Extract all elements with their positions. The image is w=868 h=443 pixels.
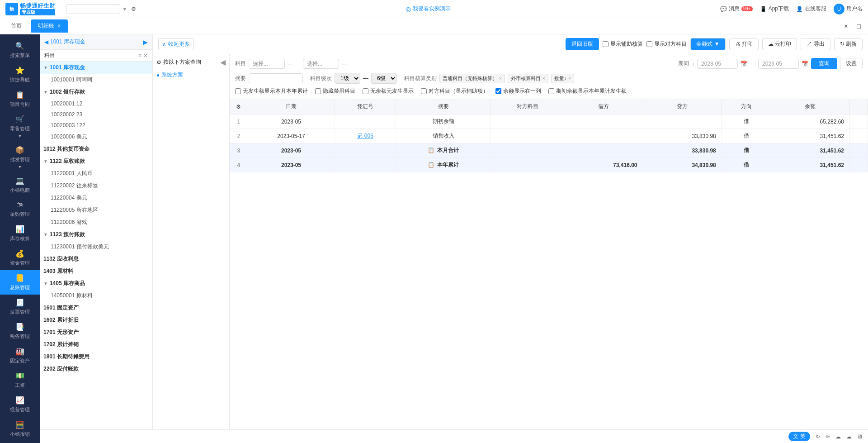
filter-subject-more2-icon[interactable]: ··· bbox=[342, 61, 346, 67]
tree-item-1405[interactable]: ▼ 1405 库存商品 bbox=[40, 277, 152, 290]
tree-item-11220005[interactable]: 11220005 所在地区 bbox=[40, 204, 152, 216]
tab-close-icon[interactable]: × bbox=[57, 23, 61, 29]
tree-item-10010001[interactable]: 10010001 呵呵呵 bbox=[40, 74, 152, 86]
col-balance[interactable]: 余额 bbox=[771, 99, 849, 114]
cell-voucher-1[interactable]: 记-006 bbox=[335, 129, 396, 143]
checkbox-no-balance[interactable]: 无余额无发生显示 bbox=[363, 87, 414, 95]
checkbox-no-amount[interactable]: 无发生额显示本月本年累计 bbox=[235, 87, 308, 95]
cloud-print-btn[interactable]: ☁ 云打印 bbox=[762, 38, 797, 50]
filter-level-end[interactable]: 6级1级2级 bbox=[371, 73, 397, 84]
tree-item-1122[interactable]: ▼ 1122 应收账款 bbox=[40, 155, 152, 167]
tree-item-2202[interactable]: 2202 应付账款 bbox=[40, 363, 152, 375]
tree-item-1601[interactable]: 1601 固定资产 bbox=[40, 302, 152, 314]
sidebar-item-purchase[interactable]: 🛍 采购管理 bbox=[0, 197, 40, 221]
filter-subject-input[interactable] bbox=[249, 59, 285, 69]
dropdown-icon[interactable]: ▼ bbox=[122, 6, 127, 12]
filter-period-end[interactable] bbox=[758, 59, 799, 69]
tree-item-10020003[interactable]: 10020003 122 bbox=[40, 120, 152, 131]
show-aux-input[interactable] bbox=[603, 41, 609, 47]
search-box[interactable]: ▼ bbox=[66, 4, 127, 14]
col-voucher[interactable]: 凭证号 bbox=[335, 99, 396, 114]
tree-close-icon[interactable]: ✕ bbox=[143, 52, 148, 59]
export-btn[interactable]: ↗ 导出 bbox=[801, 38, 830, 50]
tree-item-1123[interactable]: ▼ 1123 预付账款 bbox=[40, 229, 152, 241]
col-credit[interactable]: 贷方 bbox=[643, 99, 722, 114]
status-screen[interactable]: 🖥 bbox=[857, 433, 863, 440]
scheme-item-system[interactable]: ● 系统方案 bbox=[156, 69, 226, 81]
tree-item-1403[interactable]: 1403 原材料 bbox=[40, 265, 152, 277]
scheme-collapse-btn[interactable]: ◀ bbox=[220, 58, 226, 67]
window-maximize-btn[interactable]: □ bbox=[854, 22, 864, 31]
col-summary[interactable]: 摘要 bbox=[396, 99, 491, 114]
tree-item-1002[interactable]: ▼ 1002 银行存款 bbox=[40, 86, 152, 98]
status-refresh[interactable]: ↻ bbox=[816, 433, 820, 440]
tag-normal-close[interactable]: × bbox=[499, 76, 502, 81]
sidebar-item-funds[interactable]: 💰 资金管理 bbox=[0, 246, 40, 270]
col-direction[interactable]: 方向 bbox=[722, 99, 771, 114]
sidebar-item-salary[interactable]: 💵 工资 bbox=[0, 368, 40, 392]
account-nav-arrow[interactable]: ▶ bbox=[143, 38, 148, 46]
data-table-wrapper[interactable]: ⚙ 日期 凭证号 摘要 对方科目 借方 贷方 方向 余额 bbox=[230, 99, 868, 443]
filter-summary-input[interactable] bbox=[249, 73, 303, 83]
tree-item-10020001[interactable]: 10020001 12 bbox=[40, 98, 152, 109]
tree-item-1001[interactable]: ▼ 1001 库存现金 bbox=[40, 62, 152, 74]
status-edit[interactable]: ✏ bbox=[826, 433, 830, 440]
sidebar-item-ecommerce[interactable]: 💻 小畅电商 bbox=[0, 173, 40, 197]
query-btn[interactable]: 查询 bbox=[811, 58, 837, 69]
show-aux-checkbox[interactable]: 显示辅助核算 bbox=[603, 40, 643, 48]
sidebar-item-retail[interactable]: 🛒 零售管理 ▼ bbox=[0, 111, 40, 142]
tree-item-1602[interactable]: 1602 累计折旧 bbox=[40, 314, 152, 326]
tree-item-1132[interactable]: 1132 应收利息 bbox=[40, 253, 152, 265]
status-cloud2[interactable]: ☁ bbox=[846, 433, 852, 440]
tree-item-11220004[interactable]: 11220004 美元 bbox=[40, 192, 152, 204]
filter-level-start[interactable]: 1级2级3级 bbox=[335, 73, 360, 84]
filter-period-cal-end[interactable]: 📅 bbox=[802, 61, 808, 67]
checkbox-balance-one-col[interactable]: 余额显示在一列 bbox=[495, 87, 541, 95]
format-btn[interactable]: 金额式 ▼ bbox=[691, 38, 725, 50]
sidebar-item-quicknav[interactable]: ⭐ 快捷导航 bbox=[0, 62, 40, 87]
status-cloud1[interactable]: ☁ bbox=[835, 433, 841, 440]
refresh-btn[interactable]: ↻ 刷新 bbox=[834, 38, 863, 50]
tree-item-11220006[interactable]: 11220006 游戏 bbox=[40, 216, 152, 229]
sidebar-item-basics[interactable]: ℹ 基础信息 bbox=[0, 441, 40, 443]
checkbox-hide-disabled[interactable]: 隐藏禁用科目 bbox=[315, 87, 355, 95]
sidebar-item-inventory[interactable]: 📊 库存核算 bbox=[0, 221, 40, 246]
col-settings[interactable]: ⚙ bbox=[230, 99, 248, 114]
global-search-input[interactable] bbox=[66, 4, 120, 14]
filter-period-cal-start[interactable]: 📅 bbox=[741, 61, 747, 67]
tag-quantity-close[interactable]: × bbox=[568, 76, 571, 81]
app-download-btn[interactable]: 📱 App下载 bbox=[760, 5, 789, 13]
settings-btn[interactable]: 设置 bbox=[840, 58, 863, 69]
expand-more-btn[interactable]: ∧ 收起更多 bbox=[158, 38, 194, 50]
col-counter-account[interactable]: 对方科目 bbox=[491, 99, 564, 114]
return-old-btn[interactable]: 退回旧版 bbox=[566, 38, 599, 50]
show-counter-checkbox[interactable]: 显示对方科目 bbox=[646, 40, 687, 48]
tab-detail[interactable]: 明细账 × bbox=[31, 19, 68, 33]
window-close-btn[interactable]: × bbox=[840, 22, 851, 31]
tree-item-14050001[interactable]: 14050001 原材料 bbox=[40, 290, 152, 302]
tree-item-10020006[interactable]: 10020006 美元 bbox=[40, 131, 152, 143]
checkbox-counter-account[interactable]: 对方科目（显示辅助项） bbox=[421, 87, 488, 95]
tree-item-1702[interactable]: 1702 累计摊销 bbox=[40, 338, 152, 351]
tree-item-11220001[interactable]: 11220001 人民币 bbox=[40, 167, 152, 180]
tag-foreign-close[interactable]: × bbox=[542, 76, 545, 81]
tree-item-1801[interactable]: 1801 长期待摊费用 bbox=[40, 351, 152, 363]
sidebar-item-project[interactable]: 📋 项目合同 bbox=[0, 87, 40, 111]
message-btn[interactable]: 💬 消息 99+ bbox=[720, 5, 753, 13]
sidebar-item-tax[interactable]: 📑 税务管理 bbox=[0, 319, 40, 343]
demo-link[interactable]: ◎ 我要看实例演示 bbox=[406, 5, 451, 13]
filter-period-start[interactable] bbox=[697, 59, 738, 69]
sidebar-item-search[interactable]: 🔍 搜索菜单 bbox=[0, 38, 40, 62]
sidebar-item-operations[interactable]: 📈 经营管理 bbox=[0, 392, 40, 417]
tree-item-11220002[interactable]: 11220002 往来标签 bbox=[40, 180, 152, 192]
tree-item-11230001[interactable]: 11230001 预付账款美元 bbox=[40, 241, 152, 253]
sidebar-item-wholesale[interactable]: 📦 批发管理 ▼ bbox=[0, 142, 40, 173]
filter-subject-end-input[interactable] bbox=[303, 59, 339, 69]
tree-item-1012[interactable]: 1012 其他货币资金 bbox=[40, 143, 152, 155]
sidebar-item-expense[interactable]: 🧮 小畅报销 bbox=[0, 417, 40, 441]
filter-subject-more-icon[interactable]: ··· bbox=[288, 61, 292, 67]
sidebar-item-assets[interactable]: 🏭 固定资产 bbox=[0, 343, 40, 368]
voucher-link-1[interactable]: 记-006 bbox=[357, 133, 373, 139]
col-debit[interactable]: 借方 bbox=[564, 99, 643, 114]
settings-icon[interactable]: ⚙ bbox=[131, 6, 136, 12]
